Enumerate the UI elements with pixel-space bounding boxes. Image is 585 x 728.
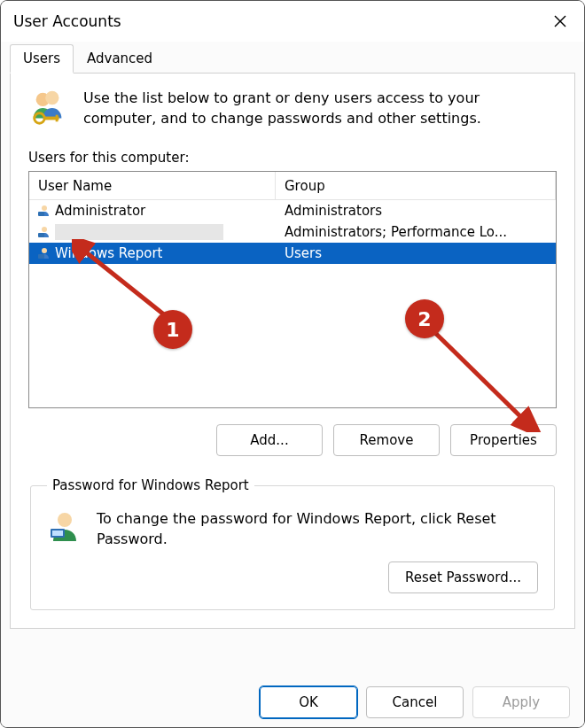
intro-row: Use the list below to grant or deny user… bbox=[28, 88, 557, 128]
apply-button[interactable]: Apply bbox=[472, 686, 570, 718]
users-button-row: Add... Remove Properties bbox=[28, 424, 557, 456]
password-text: To change the password for Windows Repor… bbox=[97, 509, 538, 549]
user-name-cell: Windows Report bbox=[29, 245, 276, 261]
ok-button[interactable]: OK bbox=[260, 686, 357, 718]
svg-point-3 bbox=[45, 91, 58, 105]
user-icon bbox=[38, 226, 51, 238]
user-name-cell: Administrator bbox=[29, 203, 276, 219]
svg-rect-12 bbox=[38, 254, 44, 259]
redacted-username bbox=[55, 224, 223, 240]
svg-line-14 bbox=[428, 326, 526, 422]
cancel-button[interactable]: Cancel bbox=[366, 686, 464, 718]
users-list[interactable]: User Name Group AdministratorAdministrat… bbox=[28, 171, 557, 408]
password-user-icon bbox=[47, 509, 82, 545]
user-row[interactable]: Windows ReportUsers bbox=[29, 243, 556, 264]
window-title: User Accounts bbox=[13, 12, 121, 30]
svg-point-7 bbox=[42, 205, 47, 211]
password-group: Password for Windows Report To change th… bbox=[30, 477, 555, 610]
close-icon bbox=[554, 15, 566, 27]
svg-rect-10 bbox=[38, 233, 44, 237]
user-group-cell: Users bbox=[276, 245, 556, 261]
tab-users[interactable]: Users bbox=[10, 44, 74, 74]
user-accounts-window: User Accounts Users Advanced bbox=[0, 0, 585, 728]
users-list-label: Users for this computer: bbox=[28, 150, 557, 166]
user-group-cell: Administrators; Performance Lo... bbox=[276, 224, 556, 240]
user-name-cell bbox=[29, 224, 276, 240]
annotation-badge-2: 2 bbox=[405, 299, 444, 338]
user-icon bbox=[38, 205, 51, 217]
titlebar: User Accounts bbox=[1, 1, 584, 42]
svg-rect-17 bbox=[52, 531, 63, 536]
tab-strip: Users Advanced bbox=[10, 43, 575, 74]
dialog-footer: OK Cancel Apply bbox=[1, 678, 584, 727]
svg-point-15 bbox=[58, 513, 72, 527]
user-name-text: Administrator bbox=[55, 203, 145, 219]
tab-advanced[interactable]: Advanced bbox=[74, 44, 166, 74]
add-button[interactable]: Add... bbox=[216, 424, 323, 456]
svg-rect-8 bbox=[38, 212, 44, 216]
annotation-badge-1: 1 bbox=[153, 310, 192, 349]
password-legend: Password for Windows Report bbox=[47, 477, 254, 493]
user-name-text: Windows Report bbox=[55, 245, 162, 261]
user-row[interactable]: Administrators; Performance Lo... bbox=[29, 221, 556, 243]
svg-rect-6 bbox=[56, 115, 58, 122]
svg-point-11 bbox=[42, 248, 47, 253]
column-group[interactable]: Group bbox=[276, 172, 556, 199]
user-row[interactable]: AdministratorAdministrators bbox=[29, 200, 556, 221]
annotation-arrow-2 bbox=[410, 317, 543, 432]
users-key-icon bbox=[28, 88, 69, 128]
remove-button[interactable]: Remove bbox=[333, 424, 440, 456]
svg-point-9 bbox=[42, 227, 47, 232]
list-header: User Name Group bbox=[29, 172, 556, 200]
close-button[interactable] bbox=[540, 2, 581, 41]
column-username[interactable]: User Name bbox=[29, 172, 276, 199]
reset-password-button[interactable]: Reset Password... bbox=[388, 561, 538, 593]
users-panel: Use the list below to grant or deny user… bbox=[10, 74, 575, 629]
user-group-cell: Administrators bbox=[276, 203, 556, 219]
properties-button[interactable]: Properties bbox=[450, 424, 557, 456]
user-icon bbox=[38, 247, 51, 259]
intro-text: Use the list below to grant or deny user… bbox=[83, 88, 557, 128]
